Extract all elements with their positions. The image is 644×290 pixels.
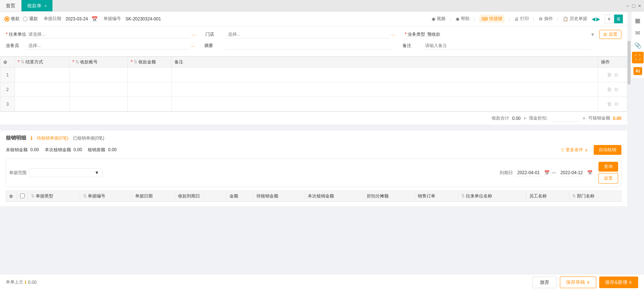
tab-verified[interactable]: 已核销单据(0笔)	[73, 135, 105, 141]
verify-label: 可核销金额	[588, 115, 610, 121]
table-sidebar-icon[interactable]: ▦	[632, 15, 644, 26]
row-note-2[interactable]	[172, 82, 598, 97]
filter-more-button[interactable]: ▽ 更多条件 ∧	[561, 147, 588, 153]
radio-refund[interactable]: 退款	[23, 16, 38, 22]
minimize-button[interactable]: −	[626, 3, 629, 9]
view-list-button[interactable]: ≡	[605, 15, 613, 23]
save-new-button[interactable]: 保存&新增 ∧	[599, 277, 638, 286]
radio-receipt-dot	[4, 16, 9, 21]
form-row-2: 业务员 ··· 摘要 备注	[6, 42, 621, 50]
right-sidebar: ▦ ✉ 📎 ⛶ Ai	[631, 12, 644, 78]
view-toggle: ≡ ⊞	[605, 15, 623, 23]
row-settle-3[interactable]	[15, 97, 70, 111]
bottom-bar: 本单上欠 ℹ 0.00 放弃 保存草稿 ∧ 保存&新增 ∧	[0, 274, 644, 286]
note-input[interactable]	[423, 42, 592, 50]
range-select[interactable]: ▼	[30, 168, 102, 177]
help-action[interactable]: ◉ 帮助	[456, 16, 470, 22]
video-action[interactable]: ◉ 视频	[432, 16, 445, 22]
unverified-label: 未核销金额	[6, 147, 28, 152]
delete-row-3-icon[interactable]: 🗑	[607, 101, 612, 107]
save-draft-arrow-icon: ∧	[586, 279, 590, 285]
range-arrow-icon: ▼	[95, 170, 99, 175]
view-grid-button[interactable]: ⊞	[614, 15, 623, 23]
dropdown-icon[interactable]: ▼	[590, 32, 595, 37]
vth-checkbox[interactable]	[17, 191, 28, 202]
copy-row-2-icon[interactable]: ⧉	[614, 86, 618, 92]
summary-input[interactable]	[225, 42, 393, 50]
row-note-3[interactable]	[172, 97, 598, 111]
row-account-2[interactable]	[70, 82, 128, 97]
copy-row-1-icon[interactable]: ⧉	[614, 72, 618, 78]
history-label: 历史单据	[570, 16, 587, 22]
row-note-1[interactable]	[172, 68, 598, 82]
row-settle-1[interactable]	[15, 68, 70, 82]
close-window-button[interactable]: ×	[638, 3, 641, 9]
salesperson-input[interactable]	[26, 42, 189, 50]
nav-prev-icon[interactable]: ◀	[592, 16, 596, 22]
th-gear[interactable]: ⚙	[0, 57, 15, 68]
unverified-value: 0.00	[30, 147, 39, 152]
sort-icon3: ⇅	[134, 59, 137, 64]
date-to-value: 2022-04-12	[558, 169, 585, 176]
bottom-spacer	[0, 206, 627, 224]
tab-receipt[interactable]: 收款单 ×	[21, 0, 52, 11]
counterpart-input[interactable]	[26, 31, 190, 38]
counterpart-more-icon[interactable]: ···	[192, 32, 196, 38]
maximize-button[interactable]: □	[632, 3, 635, 9]
store-input[interactable]	[226, 31, 390, 38]
date-range-field: 到期日 2022-04-01 📅 — 2022-04-12 📅	[500, 169, 593, 176]
vth-due-date: 收款到期日	[175, 191, 226, 202]
abandon-button[interactable]: 放弃	[532, 277, 557, 286]
discount-input[interactable]	[551, 115, 580, 122]
delete-row-1-icon[interactable]: 🗑	[607, 72, 612, 78]
clip-sidebar-icon[interactable]: 📎	[632, 39, 644, 51]
row-amount-1[interactable]	[128, 68, 172, 82]
tab-home[interactable]: 首页	[0, 0, 21, 11]
history-icon: 📋	[563, 16, 568, 21]
row-amount-3[interactable]	[128, 97, 172, 111]
print-action[interactable]: 🖨 打印	[514, 16, 529, 22]
select-all-checkbox[interactable]	[20, 193, 25, 198]
current-verify-label: 本次核销金额	[45, 147, 71, 152]
calendar-icon[interactable]: 📅	[91, 16, 98, 22]
operate-action[interactable]: ⚙ 操作	[539, 16, 553, 22]
row-settle-2[interactable]	[15, 82, 70, 97]
nav-next-icon[interactable]: ▶	[596, 16, 600, 22]
scroll-thumb[interactable]	[628, 41, 631, 85]
counterpart-label: 往来单位	[6, 31, 26, 38]
date-from-icon[interactable]: 📅	[544, 170, 550, 175]
verify-info-icon[interactable]: ℹ	[31, 135, 32, 141]
row-account-1[interactable]	[70, 68, 128, 82]
salesperson-more-icon[interactable]: ···	[191, 43, 195, 49]
shortcut-action[interactable]: ⌨ 快捷键	[479, 15, 504, 23]
date-to-icon[interactable]: 📅	[587, 170, 593, 175]
row-account-3[interactable]	[70, 97, 128, 111]
history-action[interactable]: 📋 历史单据	[563, 16, 587, 22]
tab-pending[interactable]: 待核销单据(0笔)	[37, 135, 68, 141]
filter-icon: ▽	[561, 148, 564, 153]
gear-icon: ⚙	[3, 60, 7, 65]
vth-gear[interactable]: ⚙	[6, 191, 17, 202]
save-new-label: 保存&新增	[605, 279, 627, 286]
settings-button[interactable]: ⚙ 设置	[599, 30, 621, 39]
tab-close-icon[interactable]: ×	[44, 4, 47, 8]
range-label: 单据范围	[9, 170, 27, 176]
row-amount-2[interactable]	[128, 82, 172, 97]
main-content: 收款 退款 单据日期 2023-03-24 📅 单据编号 SK-20230324…	[0, 12, 627, 286]
email-sidebar-icon[interactable]: ✉	[632, 27, 644, 39]
discount-label: 现金折扣:	[529, 115, 547, 121]
radio-receipt[interactable]: 收款	[4, 16, 20, 22]
copy-row-3-icon[interactable]: ⧉	[614, 101, 618, 107]
scroll-area[interactable]	[627, 12, 631, 274]
query-button[interactable]: 查询	[598, 162, 618, 172]
delete-row-2-icon[interactable]: 🗑	[607, 86, 612, 92]
bottom-info-icon[interactable]: ℹ	[25, 280, 27, 285]
expand-sidebar-icon[interactable]: ⛶	[632, 52, 644, 63]
help-label: 帮助	[461, 16, 470, 22]
store-more-icon[interactable]: ···	[391, 32, 396, 38]
auto-verify-button[interactable]: 自动核销	[594, 145, 621, 155]
save-draft-button[interactable]: 保存草稿 ∧	[560, 277, 596, 286]
ai-button[interactable]: Ai	[633, 67, 642, 75]
verify-settings-button[interactable]: 设置	[598, 173, 618, 184]
sort-vth3: ⇅	[461, 193, 465, 199]
